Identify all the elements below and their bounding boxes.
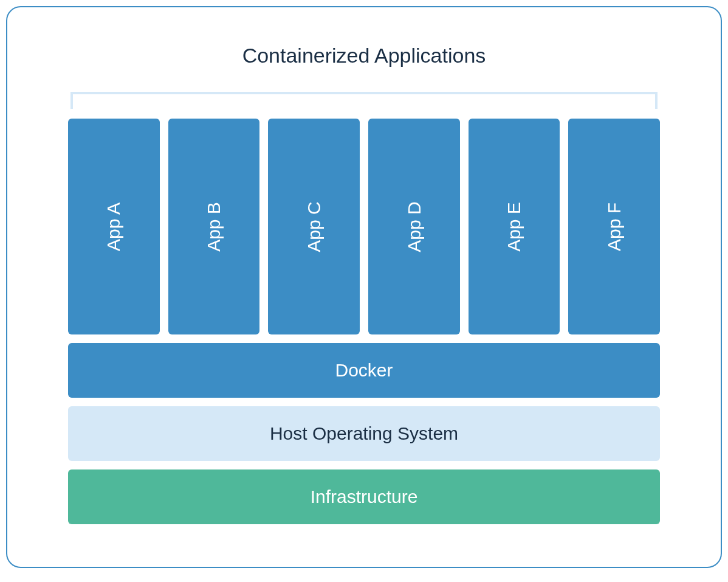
app-box-b: App B xyxy=(168,119,260,334)
diagram-title: Containerized Applications xyxy=(68,44,660,68)
app-label: App D xyxy=(403,201,424,252)
app-box-c: App C xyxy=(268,119,360,334)
host-os-layer: Host Operating System xyxy=(68,406,660,461)
app-label: App B xyxy=(204,202,224,252)
infrastructure-layer: Infrastructure xyxy=(68,469,660,524)
app-box-d: App D xyxy=(368,119,460,334)
app-label: App E xyxy=(504,202,524,252)
diagram-frame: Containerized Applications App A App B A… xyxy=(6,6,722,568)
app-label: App A xyxy=(103,202,124,251)
app-label: App C xyxy=(304,201,325,252)
app-box-f: App F xyxy=(568,119,660,334)
bracket-icon xyxy=(70,92,658,109)
app-label: App F xyxy=(604,202,625,251)
app-box-a: App A xyxy=(68,119,160,334)
docker-layer: Docker xyxy=(68,343,660,398)
apps-row: App A App B App C App D App E App F xyxy=(68,119,660,334)
app-box-e: App E xyxy=(469,119,560,334)
